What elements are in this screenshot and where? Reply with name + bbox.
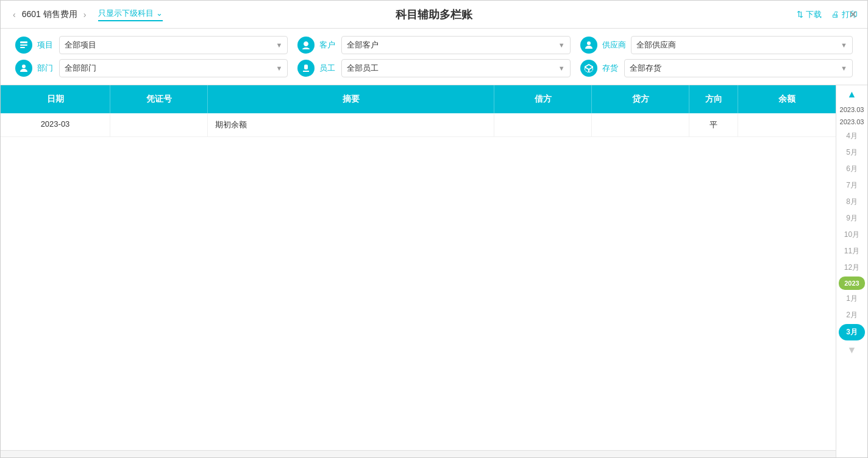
cell-credit — [592, 113, 689, 136]
panel-up-arrow[interactable]: ▲ — [836, 85, 867, 104]
filter-inventory: 存货 全部存货 ▼ — [575, 57, 858, 80]
svg-rect-2 — [20, 47, 25, 48]
svg-rect-5 — [304, 65, 308, 69]
content-area: 日期 凭证号 摘要 借方 贷方 方向 余额 2023-03 期初余额 平 — [1, 85, 867, 457]
col-voucher: 凭证号 — [110, 85, 208, 113]
download-icon: ⇅ — [797, 10, 803, 19]
filter-customer: 客户 全部客户 ▼ — [293, 33, 575, 57]
show-sub-label: 只显示下级科目 — [98, 8, 154, 19]
cell-voucher — [110, 113, 208, 136]
department-arrow: ▼ — [276, 65, 282, 72]
customer-arrow: ▼ — [558, 41, 565, 49]
month-12[interactable]: 12月 — [836, 259, 867, 276]
svg-rect-0 — [20, 41, 27, 43]
cell-summary: 期初余额 — [208, 113, 494, 136]
title-bar-right: ⇅ 下载 🖨 打印 ✕ — [797, 9, 858, 20]
table-row: 2023-03 期初余额 平 — [1, 113, 836, 137]
title-bar-left: ‹ 6601 销售费用 › 只显示下级科目 ⌄ — [10, 8, 163, 21]
year-2023[interactable]: 2023 — [839, 277, 865, 290]
panel-label-top1: 2023.03 — [836, 104, 867, 116]
project-arrow: ▼ — [276, 41, 282, 49]
department-value: 全部部门 — [65, 63, 96, 74]
month-2[interactable]: 2月 — [836, 307, 867, 323]
filter-panel: 项目 全部项目 ▼ 客户 全部客户 ▼ — [1, 29, 867, 85]
customer-icon — [297, 37, 315, 54]
customer-value: 全部客户 — [347, 40, 379, 51]
month-3-active[interactable]: 3月 — [839, 324, 865, 340]
panel-down-arrow[interactable]: ▼ — [836, 341, 867, 359]
inventory-arrow: ▼ — [841, 65, 847, 72]
right-month-panel: ▲ 2023.03 2023.03 4月 5月 6月 7月 8月 9月 10月 … — [836, 85, 867, 457]
employee-arrow: ▼ — [558, 65, 565, 72]
inventory-icon — [580, 60, 597, 77]
month-10[interactable]: 10月 — [836, 227, 867, 243]
main-table: 日期 凭证号 摘要 借方 贷方 方向 余额 2023-03 期初余额 平 — [1, 85, 836, 457]
month-1[interactable]: 1月 — [836, 291, 867, 307]
show-sub-chevron: ⌄ — [156, 9, 163, 18]
employee-select[interactable]: 全部员工 ▼ — [341, 59, 570, 77]
employee-value: 全部员工 — [347, 63, 379, 74]
col-debit: 借方 — [494, 85, 592, 113]
download-label: 下载 — [806, 9, 822, 20]
table-header: 日期 凭证号 摘要 借方 贷方 方向 余额 — [1, 85, 836, 113]
supplier-select[interactable]: 全部供应商 ▼ — [631, 36, 853, 54]
col-direction: 方向 — [689, 85, 738, 113]
project-label: 项目 — [37, 40, 54, 51]
col-balance: 余额 — [738, 85, 836, 113]
customer-select[interactable]: 全部客户 ▼ — [341, 36, 570, 54]
svg-rect-1 — [20, 44, 27, 46]
panel-label-top2: 2023.03 — [836, 116, 867, 128]
main-window: ‹ 6601 销售费用 › 只显示下级科目 ⌄ 科目辅助多栏账 ⇅ 下载 🖨 打… — [0, 0, 868, 458]
prev-arrow[interactable]: ‹ — [10, 9, 18, 21]
horizontal-scrollbar[interactable] — [1, 450, 836, 457]
filter-department: 部门 全部部门 ▼ — [10, 57, 293, 80]
title-bar: ‹ 6601 销售费用 › 只显示下级科目 ⌄ 科目辅助多栏账 ⇅ 下载 🖨 打… — [1, 1, 867, 29]
col-date: 日期 — [1, 85, 110, 113]
month-7[interactable]: 7月 — [836, 177, 867, 194]
table-body: 2023-03 期初余额 平 — [1, 113, 836, 450]
department-icon — [15, 60, 32, 77]
department-label: 部门 — [37, 63, 54, 74]
month-4[interactable]: 4月 — [836, 128, 867, 144]
month-9[interactable]: 9月 — [836, 210, 867, 227]
svg-point-4 — [22, 65, 26, 68]
inventory-value: 全部存货 — [630, 63, 661, 74]
inventory-select[interactable]: 全部存货 ▼ — [624, 59, 853, 77]
project-value: 全部项目 — [65, 40, 96, 51]
employee-label: 员工 — [319, 63, 336, 74]
download-button[interactable]: ⇅ 下载 — [797, 9, 822, 20]
supplier-value: 全部供应商 — [636, 40, 676, 51]
supplier-icon — [580, 37, 597, 54]
page-title: 科目辅助多栏账 — [396, 7, 472, 22]
supplier-arrow: ▼ — [841, 41, 847, 49]
filter-supplier: 供应商 全部供应商 ▼ — [575, 33, 858, 57]
col-credit: 贷方 — [592, 85, 689, 113]
month-5[interactable]: 5月 — [836, 144, 867, 161]
month-11[interactable]: 11月 — [836, 243, 867, 259]
month-8[interactable]: 8月 — [836, 194, 867, 210]
col-summary: 摘要 — [208, 85, 494, 113]
account-code: 6601 销售费用 — [22, 9, 77, 20]
close-button[interactable]: ✕ — [848, 8, 858, 21]
month-6[interactable]: 6月 — [836, 161, 867, 177]
cell-balance — [738, 113, 836, 136]
project-icon — [15, 37, 32, 54]
cell-date: 2023-03 — [1, 113, 110, 136]
cell-debit — [494, 113, 592, 136]
show-sub-toggle[interactable]: 只显示下级科目 ⌄ — [98, 8, 163, 21]
supplier-label: 供应商 — [602, 40, 626, 51]
employee-icon — [297, 60, 315, 77]
svg-point-3 — [587, 41, 591, 45]
filter-employee: 员工 全部员工 ▼ — [293, 57, 575, 80]
next-arrow[interactable]: › — [81, 9, 89, 21]
print-icon: 🖨 — [831, 10, 839, 19]
inventory-label: 存货 — [602, 63, 619, 74]
project-select[interactable]: 全部项目 ▼ — [59, 36, 288, 54]
filter-project: 项目 全部项目 ▼ — [10, 33, 293, 57]
department-select[interactable]: 全部部门 ▼ — [59, 59, 288, 77]
customer-label: 客户 — [319, 40, 336, 51]
cell-direction: 平 — [689, 113, 738, 136]
